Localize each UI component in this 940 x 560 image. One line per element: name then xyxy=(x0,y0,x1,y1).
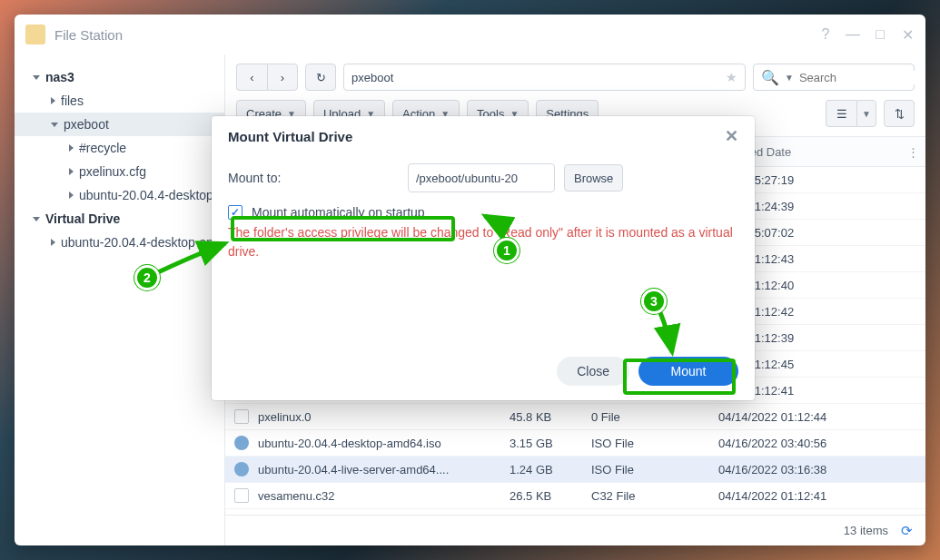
tree-item-ubuntu-desktop[interactable]: ubuntu-20.04.4-desktop-amd64 xyxy=(15,183,224,207)
footer: 13 items ⟳ xyxy=(225,515,925,545)
app-icon xyxy=(25,25,45,44)
chevron-right-icon xyxy=(69,168,74,175)
view-dropdown-button[interactable]: ▼ xyxy=(856,100,876,127)
table-row[interactable]: ubuntu-20.04.4-desktop-amd64.iso3.15 GBI… xyxy=(225,430,925,457)
tree-item-vd-ubuntu[interactable]: ubuntu-20.04.4-desktop-amd64 xyxy=(15,231,224,254)
chevron-right-icon xyxy=(51,239,55,246)
nav-back-button[interactable]: ‹ xyxy=(236,64,267,91)
titlebar: File Station ? ― □ ✕ xyxy=(15,15,925,54)
search-icon: 🔍 xyxy=(761,69,779,86)
chevron-down-icon xyxy=(33,75,40,80)
file-icon xyxy=(234,488,249,503)
search-box[interactable]: 🔍 ▼ xyxy=(753,64,915,91)
minimize-icon[interactable]: ― xyxy=(846,27,860,42)
file-name: ubuntu-20.04.4-desktop-amd64.iso xyxy=(258,437,510,450)
tree-root-nas3[interactable]: nas3 xyxy=(15,65,224,89)
chevron-down-icon[interactable]: ▼ xyxy=(785,73,794,83)
chevron-right-icon xyxy=(69,192,74,199)
chevron-down-icon xyxy=(51,123,58,127)
file-type: C32 File xyxy=(591,489,718,503)
file-date: 04/14/2022 01:12:41 xyxy=(718,489,900,503)
iso-icon xyxy=(234,462,249,476)
browse-button[interactable]: Browse xyxy=(564,164,623,192)
view-list-button[interactable]: ☰ xyxy=(826,100,856,127)
table-row[interactable]: ubuntu-20.04.4-live-server-amd64....1.24… xyxy=(225,457,925,483)
table-row[interactable]: vesamenu.c3226.5 KBC32 File04/14/2022 01… xyxy=(225,483,925,509)
file-name: pxelinux.0 xyxy=(258,410,510,424)
refresh-icon[interactable]: ⟳ xyxy=(901,523,913,539)
tree-root-virtual-drive[interactable]: Virtual Drive xyxy=(15,207,224,231)
file-size: 3.15 GB xyxy=(510,437,591,450)
file-icon xyxy=(234,409,249,424)
close-window-icon[interactable]: ✕ xyxy=(900,27,915,42)
file-name: vesamenu.c32 xyxy=(258,489,510,503)
auto-mount-checkbox[interactable]: ✓ Mount automatically on startup xyxy=(228,205,738,220)
mount-to-label: Mount to: xyxy=(228,171,399,185)
tree-item-recycle[interactable]: #recycle xyxy=(15,136,224,160)
item-count: 13 items xyxy=(844,524,888,537)
file-date: 04/16/2022 03:16:38 xyxy=(718,463,900,476)
path-input[interactable]: ★ xyxy=(343,64,746,91)
table-row[interactable]: pxelinux.045.8 KB0 File04/14/2022 01:12:… xyxy=(225,404,925,430)
file-type: ISO File xyxy=(591,437,718,450)
mount-to-input[interactable] xyxy=(408,163,555,192)
path-field[interactable] xyxy=(351,71,726,84)
tree-item-files[interactable]: files xyxy=(15,89,224,113)
file-date: 04/16/2022 03:40:56 xyxy=(718,437,900,450)
dialog-warning: The folder's access privilege will be ch… xyxy=(228,223,738,261)
sort-button[interactable]: ⇅ xyxy=(884,100,915,127)
file-size: 45.8 KB xyxy=(510,410,591,424)
maximize-icon[interactable]: □ xyxy=(873,27,887,42)
chevron-right-icon xyxy=(51,97,55,104)
col-more-icon[interactable]: ⋮ xyxy=(900,145,925,159)
file-type: 0 File xyxy=(591,410,718,424)
file-date: 04/14/2022 01:12:44 xyxy=(718,410,900,424)
sidebar: nas3 files pxeboot #recycle pxelinux.cfg… xyxy=(15,54,225,545)
file-name: ubuntu-20.04.4-live-server-amd64.... xyxy=(258,463,510,476)
file-size: 26.5 KB xyxy=(510,489,591,503)
search-input[interactable] xyxy=(799,71,925,84)
auto-mount-label: Mount automatically on startup xyxy=(252,205,425,220)
tree-item-pxeboot[interactable]: pxeboot xyxy=(15,113,224,136)
favorite-icon[interactable]: ★ xyxy=(726,70,737,84)
help-icon[interactable]: ? xyxy=(818,27,833,42)
mount-virtual-drive-dialog: Mount Virtual Drive ✕ Mount to: Browse ✓… xyxy=(212,116,755,400)
file-type: ISO File xyxy=(591,463,718,476)
file-size: 1.24 GB xyxy=(510,463,591,476)
app-title: File Station xyxy=(54,27,123,43)
chevron-right-icon xyxy=(69,144,74,152)
dialog-close-button[interactable]: Close xyxy=(557,357,629,386)
reload-button[interactable]: ↻ xyxy=(305,64,336,91)
dialog-title: Mount Virtual Drive xyxy=(228,129,352,144)
tree-item-pxelinux-cfg[interactable]: pxelinux.cfg xyxy=(15,160,224,183)
dialog-close-icon[interactable]: ✕ xyxy=(725,126,738,146)
chevron-down-icon xyxy=(33,217,40,221)
iso-icon xyxy=(234,436,249,450)
checkbox-checked-icon: ✓ xyxy=(228,205,242,220)
nav-forward-button[interactable]: › xyxy=(267,64,298,91)
dialog-mount-button[interactable]: Mount xyxy=(638,357,738,386)
